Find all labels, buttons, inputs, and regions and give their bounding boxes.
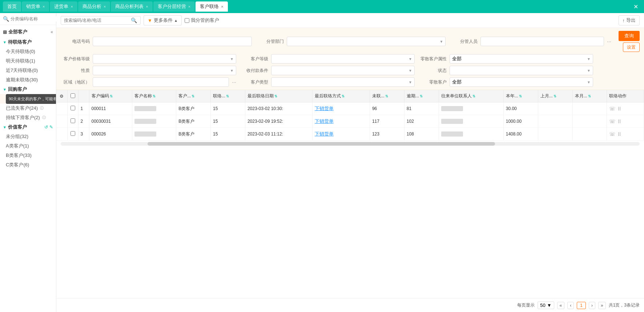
th-uncontacted[interactable]: 未联...⇅ <box>370 90 404 102</box>
th-checkbox[interactable] <box>67 90 78 102</box>
row-checkbox-cell-1[interactable] <box>67 115 78 128</box>
nature-select[interactable]: ▼ <box>93 66 236 75</box>
page-last-btn[interactable]: » <box>598 302 606 309</box>
sidebar-collapse-icon[interactable]: « <box>51 29 53 35</box>
sidebar-item-overdue[interactable]: 逾期未联络(30) <box>0 75 56 85</box>
scroll-thumb[interactable] <box>148 142 495 146</box>
th-last-date[interactable]: 最后联络日期⇅ <box>245 90 312 102</box>
dept-select[interactable]: ▼ <box>287 37 446 46</box>
th-overdue[interactable]: 逾期...⇅ <box>404 90 439 102</box>
sidebar-item-tomorrow[interactable]: 明天待联络(1) <box>0 56 56 66</box>
th-last-method[interactable]: 最后联络方式⇅ <box>312 90 370 102</box>
row-checkbox-1[interactable] <box>71 118 75 123</box>
th-contact[interactable]: 联络...⇅ <box>211 90 245 102</box>
th-this-year-sort-icon: ⇅ <box>519 94 522 98</box>
th-type[interactable]: 客户...⇅ <box>176 90 211 102</box>
row-last-method-1[interactable]: 下销货单 <box>312 115 370 128</box>
tab-customer-link[interactable]: 客户联络 × <box>196 1 228 12</box>
tab-sales-close[interactable]: × <box>43 4 45 9</box>
tab-analysis-list-close[interactable]: × <box>146 4 148 9</box>
th-this-month[interactable]: 本月...⇅ <box>572 90 607 102</box>
customer-type-select[interactable]: ▼ <box>271 77 415 87</box>
my-customers-checkbox-row[interactable]: 我分管的客户 <box>185 17 219 24</box>
header-checkbox[interactable] <box>71 93 75 98</box>
more-conditions-btn[interactable]: ▼ 更多条件 ▲ <box>144 15 182 25</box>
per-page-select[interactable]: 50 ▼ <box>538 301 554 309</box>
query-button[interactable]: 查询 <box>619 31 640 41</box>
action-menu-icon-0[interactable]: ⁞⁞ <box>618 106 621 112</box>
retail-attr-select[interactable]: 全部 ▼ <box>450 54 593 64</box>
sidebar-item-churned[interactable]: 已流失客户(24) ⓘ <box>0 104 56 113</box>
page-next-btn[interactable]: › <box>589 302 595 309</box>
tab-sales[interactable]: 销货单 × <box>22 1 49 12</box>
th-gear[interactable]: ⚙ <box>56 90 67 102</box>
th-code[interactable]: 客户编码⇅ <box>89 90 132 102</box>
action-call-icon-2[interactable]: ☏ <box>609 131 616 137</box>
tab-customer-tier-close[interactable]: × <box>188 4 190 9</box>
th-last-month[interactable]: 上月...⇅ <box>538 90 572 102</box>
sidebar-item-class-a[interactable]: A类客户(1) <box>0 141 56 151</box>
sidebar-item-7days[interactable]: 近7天待联络(0) <box>0 66 56 75</box>
row-checkbox-2[interactable] <box>71 131 75 136</box>
row-checkbox-cell-2[interactable] <box>67 128 78 141</box>
window-close-button[interactable]: ✕ <box>631 2 641 12</box>
status-select[interactable]: ▼ <box>450 66 593 75</box>
action-menu-icon-1[interactable]: ⁞⁞ <box>618 118 621 124</box>
th-overdue-sort-icon: ⇅ <box>420 94 423 98</box>
tab-customer-tier[interactable]: 客户分层经营 × <box>153 1 195 12</box>
region-select[interactable] <box>93 77 229 87</box>
sidebar-item-today[interactable]: 今天待联络(0) <box>0 47 56 56</box>
payment-select[interactable]: ▼ <box>271 66 415 75</box>
action-call-icon-1[interactable]: ☏ <box>609 118 616 124</box>
th-unit-contact[interactable]: 往来单位联系人⇅ <box>439 90 503 102</box>
page-first-btn[interactable]: « <box>557 302 565 309</box>
sidebar-item-class-c[interactable]: C类客户(6) <box>0 160 56 170</box>
filter-search-icon[interactable]: 🔍 <box>131 17 137 23</box>
value-edit-icon[interactable]: ✎ <box>49 125 53 130</box>
row-last-method-link-1[interactable]: 下销货单 <box>315 118 334 124</box>
filter-search-input[interactable] <box>64 18 129 23</box>
tab-customer-link-close[interactable]: × <box>221 4 223 9</box>
my-customers-checkbox[interactable] <box>185 18 189 23</box>
row-last-method-2[interactable]: 下销货单 <box>312 128 370 141</box>
page-prev-btn[interactable]: ‹ <box>567 302 574 309</box>
tab-analysis-close[interactable]: × <box>104 4 106 9</box>
sidebar-item-class-b[interactable]: B类客户(33) <box>0 151 56 160</box>
horizontal-scrollbar[interactable] <box>61 142 640 146</box>
export-button[interactable]: ↑ 导出 <box>619 15 640 25</box>
th-name[interactable]: 客户名称⇅ <box>132 90 176 102</box>
tab-purchase-close[interactable]: × <box>71 4 73 9</box>
sidebar-group-pending[interactable]: ▼ 待联络客户 <box>0 37 56 47</box>
price-grade-select[interactable]: ▼ <box>93 54 236 64</box>
current-page[interactable]: 1 <box>577 302 586 309</box>
row-last-method-link-0[interactable]: 下销货单 <box>315 106 334 111</box>
th-action: 联络动作 <box>607 90 644 102</box>
sidebar-group-repurchase-label: 回购客户 <box>8 86 27 93</box>
row-last-method-0[interactable]: 下销货单 <box>312 102 370 115</box>
sidebar-item-declining[interactable]: 持续下滑客户(2) ⓘ <box>0 113 56 122</box>
filter-field-person: 分管人员 ··· 查询 设置 <box>448 31 640 52</box>
value-refresh-icon[interactable]: ↺ <box>44 125 48 130</box>
person-select[interactable] <box>480 37 604 46</box>
row-last-method-link-2[interactable]: 下销货单 <box>315 131 334 137</box>
retail-customer-select[interactable]: 全部 ▼ <box>450 77 593 87</box>
sidebar-item-today-label: 今天待联络(0) <box>6 48 35 55</box>
row-checkbox-0[interactable] <box>71 106 75 110</box>
person-dots-icon[interactable]: ··· <box>607 39 611 44</box>
sidebar-group-repurchase[interactable]: ▼ 回购客户 <box>0 85 56 94</box>
action-call-icon-0[interactable]: ☏ <box>609 106 616 112</box>
row-checkbox-cell-0[interactable] <box>67 102 78 115</box>
th-this-year[interactable]: 本年...⇅ <box>503 90 538 102</box>
tab-analysis-list[interactable]: 商品分析列表 × <box>111 1 152 12</box>
action-menu-icon-2[interactable]: ⁞⁞ <box>618 131 621 137</box>
tab-purchase[interactable]: 进货单 × <box>50 1 77 12</box>
customer-grade-select[interactable]: ▼ <box>271 54 415 64</box>
phone-input[interactable] <box>93 37 252 46</box>
tab-home[interactable]: 首页 <box>3 1 21 12</box>
sidebar-group-value[interactable]: ▼ 价值客户 <box>3 124 27 130</box>
region-dots-icon[interactable]: ··· <box>232 79 236 85</box>
sidebar-all-customers[interactable]: ⊞ 全部客户 « <box>0 27 56 37</box>
sidebar-item-ungrouped[interactable]: 未分组(32) <box>0 132 56 141</box>
tab-analysis[interactable]: 商品分析 × <box>78 1 110 12</box>
settings-button[interactable]: 设置 <box>623 42 640 52</box>
